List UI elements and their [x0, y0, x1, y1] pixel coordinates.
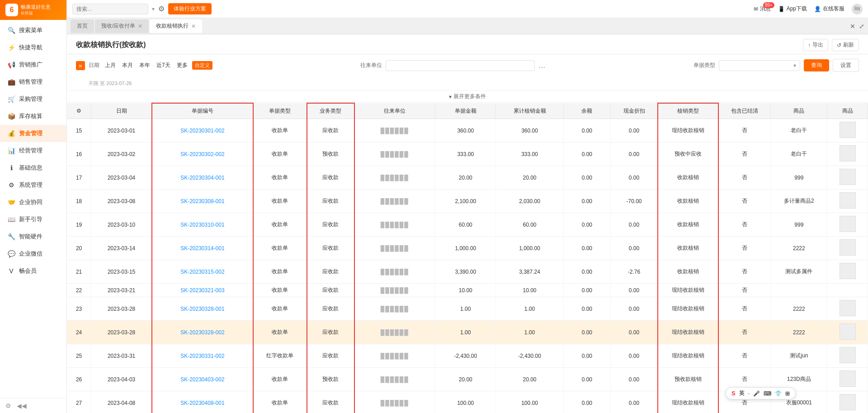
- cell-docno: SK-20230328-002: [152, 321, 253, 344]
- export-icon: ↑: [808, 42, 811, 48]
- docno-link[interactable]: SK-20230308-001: [180, 198, 224, 204]
- refresh-button[interactable]: ↺ 刷新: [832, 39, 859, 51]
- col-header-settings[interactable]: ⚙: [67, 103, 91, 119]
- sidebar: 6 畅康道好生意 标推版 🔍 搜索菜单 ⚡ 快捷导航 📢 营销推广 💼 销售管理…: [0, 0, 67, 413]
- message-icon-area[interactable]: ✉ 消息 99+: [754, 5, 771, 13]
- tab-receivable-close[interactable]: ✕: [138, 23, 142, 29]
- shirt-icon[interactable]: 👕: [775, 390, 782, 397]
- cell-product: 999: [771, 213, 827, 237]
- user-avatar[interactable]: Rit: [852, 4, 863, 14]
- online-service-button[interactable]: 👤 在线客服: [814, 5, 844, 13]
- date-this-month[interactable]: 本月: [120, 61, 135, 70]
- col-header-cumamount: 累计核销金额: [496, 103, 563, 119]
- cell-date: 2023-03-28: [91, 297, 152, 321]
- cell-amount: 333.00: [435, 142, 496, 166]
- cell-discount: -2.76: [611, 260, 658, 284]
- sidebar-item-basic[interactable]: ℹ 基础信息: [0, 159, 66, 176]
- docno-link[interactable]: SK-20230328-001: [180, 306, 224, 312]
- cell-num: 19: [67, 213, 91, 237]
- cell-num: 27: [67, 391, 91, 413]
- date-custom[interactable]: 自定义: [192, 61, 212, 70]
- docno-link[interactable]: SK-20230408-001: [180, 400, 224, 406]
- cell-settled: 否: [718, 237, 771, 260]
- cell-doctype: 收款单: [253, 142, 307, 166]
- search-input[interactable]: [72, 4, 148, 14]
- sidebar-item-marketing[interactable]: 📢 营销推广: [0, 56, 66, 73]
- date-7days[interactable]: 近7天: [155, 61, 172, 70]
- doctype-select[interactable]: ▾: [719, 60, 800, 71]
- cell-canceltype: 现结收款核销: [658, 284, 718, 297]
- cell-biztype: 应收款: [307, 344, 354, 368]
- keyboard-icon[interactable]: ⌨: [764, 390, 771, 397]
- docno-link[interactable]: SK-20230321-003: [180, 287, 224, 294]
- sidebar-item-finance[interactable]: 💰 资金管理: [0, 125, 66, 142]
- cell-discount: 0.00: [611, 297, 658, 321]
- partner-dots[interactable]: ...: [538, 61, 545, 70]
- cell-settled: 否: [718, 190, 771, 213]
- app-download-button[interactable]: 📱 App下载: [778, 5, 807, 13]
- sales-icon: 💼: [7, 78, 15, 86]
- table-wrapper[interactable]: ⚙ 日期 单据编号 单据类型 业务类型 往来单位 单据金额 累计核销金额 余额 …: [67, 103, 868, 413]
- filter-expand-icon[interactable]: »: [76, 61, 85, 70]
- mic-icon[interactable]: 🎤: [753, 390, 760, 397]
- cell-productimg: [827, 213, 868, 237]
- tab-close-all-icon[interactable]: ✕: [850, 23, 855, 30]
- solution-button[interactable]: 体验行业方案: [168, 3, 212, 14]
- topbar-settings-icon[interactable]: ⚙: [158, 5, 165, 13]
- tab-home[interactable]: 首页: [71, 19, 94, 33]
- sidebar-item-system[interactable]: ⚙ 系统管理: [0, 176, 66, 194]
- partner-input[interactable]: [386, 60, 535, 71]
- mobile-icon: 📱: [778, 6, 785, 12]
- docno-link[interactable]: SK-20230328-002: [180, 329, 224, 336]
- col-header-canceltype: 核销类型: [658, 103, 718, 119]
- date-range-display: 不限 至 2023-07-26: [89, 81, 132, 86]
- table-body: 15 2023-03-01 SK-20230301-002 收款单 应收款 ██…: [67, 119, 868, 413]
- docno-link[interactable]: SK-20230310-001: [180, 222, 224, 228]
- cell-biztype: 预收款: [307, 142, 354, 166]
- cell-amount: 360.00: [435, 119, 496, 142]
- sidebar-item-collab[interactable]: 🤝 企业协同: [0, 194, 66, 211]
- cell-partner: ██████: [354, 368, 435, 391]
- sidebar-item-purchase[interactable]: 🛒 采购管理: [0, 90, 66, 108]
- grid-icon[interactable]: ⊞: [785, 390, 790, 397]
- filter-settings-button[interactable]: 设置: [833, 59, 859, 72]
- docno-link[interactable]: SK-20230403-002: [180, 376, 224, 383]
- cell-doctype: 收款单: [253, 321, 307, 344]
- docno-link[interactable]: SK-20230314-001: [180, 245, 224, 252]
- sidebar-item-hardware[interactable]: 🔧 智能硬件: [0, 228, 66, 245]
- query-button[interactable]: 查询: [804, 59, 829, 71]
- docno-link[interactable]: SK-20230301-002: [180, 128, 224, 134]
- sidebar-item-quicknav[interactable]: ⚡ 快捷导航: [0, 39, 66, 56]
- cell-settled: 否: [718, 166, 771, 190]
- tab-cancel[interactable]: 收款核销执行 ✕: [150, 19, 202, 33]
- sidebar-item-member[interactable]: V 畅会员: [0, 262, 66, 280]
- search-dropdown-icon[interactable]: ▾: [152, 6, 155, 12]
- docno-link[interactable]: SK-20230315-002: [180, 269, 224, 275]
- page-title: 收款核销执行(按收款): [76, 40, 146, 50]
- cell-product: [771, 284, 827, 297]
- docno-link[interactable]: SK-20230302-002: [180, 151, 224, 157]
- cell-biztype: 应收款: [307, 391, 354, 413]
- logo-area: 6 畅康道好生意 标推版: [0, 0, 66, 20]
- docno-link[interactable]: SK-20230331-002: [180, 353, 224, 359]
- cell-canceltype: 收款核销: [658, 190, 718, 213]
- sidebar-item-inventory[interactable]: 📦 库存核算: [0, 108, 66, 125]
- sidebar-item-operations[interactable]: 📊 经营管理: [0, 142, 66, 159]
- cell-discount: 0.00: [611, 368, 658, 391]
- sidebar-item-guide[interactable]: 📖 新手引导: [0, 211, 66, 228]
- tab-maximize-icon[interactable]: ⤢: [859, 23, 864, 30]
- footer-settings-icon[interactable]: ⚙: [5, 402, 11, 409]
- date-more[interactable]: 更多: [175, 61, 189, 70]
- date-this-year[interactable]: 本年: [137, 61, 152, 70]
- export-button[interactable]: ↑ 导出: [803, 39, 828, 51]
- cell-partner: ██████: [354, 344, 435, 368]
- docno-link[interactable]: SK-20230304-001: [180, 175, 224, 181]
- sidebar-item-sales[interactable]: 💼 销售管理: [0, 73, 66, 90]
- expand-more-button[interactable]: ▾ 展开更多条件: [449, 93, 486, 100]
- sidebar-item-search[interactable]: 🔍 搜索菜单: [0, 22, 66, 39]
- footer-collapse-icon[interactable]: ◀◀: [17, 402, 27, 409]
- sidebar-item-wechat[interactable]: 💬 企业微信: [0, 245, 66, 262]
- tab-receivable[interactable]: 预收/应收付单 ✕: [95, 19, 149, 33]
- date-last-month[interactable]: 上月: [103, 61, 118, 70]
- tab-cancel-close[interactable]: ✕: [191, 23, 196, 29]
